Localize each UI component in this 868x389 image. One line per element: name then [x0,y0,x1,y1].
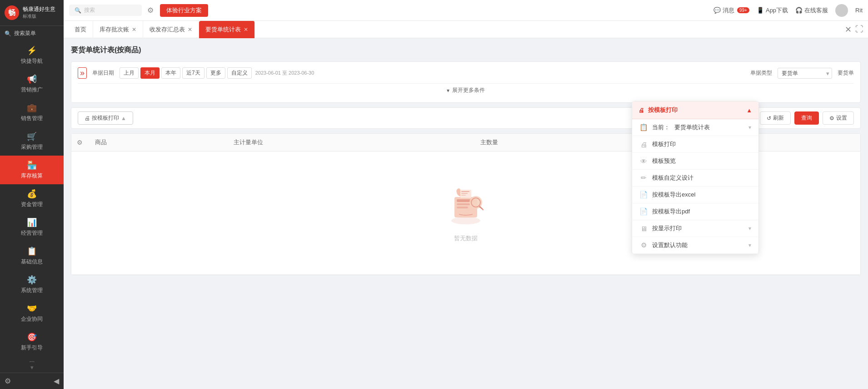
collapse-icon[interactable]: ◀ [54,377,59,385]
dropdown-item-template-print[interactable]: 🖨 模板打印 [632,136,758,153]
print-dropdown-header: 🖨 按模板打印 ▲ [632,101,758,119]
tabs: 首页 库存批次账 ✕ 收发存汇总表 ✕ 要货单统计表 ✕ ✕ ⛶ [64,21,868,38]
filter-expand-toggle[interactable]: » [78,67,87,79]
dropdown-item-display-print[interactable]: 🖥 按显示打印 ▾ [632,220,758,237]
display-print-expand-icon: ▾ [748,225,751,232]
tab-demand-stats-close[interactable]: ✕ [244,26,248,33]
sidebar-item-inventory-label: 库存核算 [21,172,43,180]
tab-demand-stats-label: 要货单统计表 [205,25,241,34]
template-design-label: 模板自定义设计 [652,174,693,182]
default-func-expand-icon: ▾ [748,242,751,248]
topbar-search[interactable]: 🔍 搜索 [69,5,142,16]
date-btn-group: 上月 本月 本年 近7天 更多 自定义 2023-06-01 至 2023-06… [120,67,314,79]
sales-icon: 💼 [27,103,37,113]
date-btn-custom[interactable]: 自定义 [227,67,252,79]
app-logo-icon: 畅 [5,5,19,20]
refresh-btn[interactable]: ↺ 刷新 [760,111,791,125]
query-btn[interactable]: 查询 [794,111,819,125]
tab-inventory-batch[interactable]: 库存批次账 ✕ [93,21,143,38]
settings-icon[interactable]: ⚙ [5,377,11,385]
newguide-icon: 🎯 [27,332,37,342]
default-func-label: 设置默认功能 [652,241,688,249]
tab-inventory-batch-close[interactable]: ✕ [132,26,136,33]
app-download-btn[interactable]: 📱 App下载 [757,6,788,15]
messages-badge: 99+ [737,7,749,13]
empty-state-text: 暂无数据 [454,234,478,242]
finance-icon: 💰 [27,189,37,199]
messages-btn[interactable]: 💬 消息 99+ [713,6,749,15]
expand-more-btn[interactable]: ▾ 展开更多条件 [78,83,854,97]
sidebar-item-sales[interactable]: 💼 销售管理 [0,98,64,127]
sidebar-item-basics[interactable]: 📋 基础信息 [0,242,64,270]
tab-expand-icon[interactable]: ⛶ [855,25,863,34]
date-label: 单据日期 [92,69,114,77]
sidebar-item-purchase[interactable]: 🛒 采购管理 [0,127,64,156]
template-preview-icon: 👁 [639,157,648,165]
sidebar-logo: 畅 畅康通好生意 标准版 [0,0,64,26]
app-subtitle: 标准版 [23,13,55,20]
tab-receivable-summary-close[interactable]: ✕ [188,26,192,33]
sidebar-scroll-down[interactable]: ▾ [0,362,64,373]
tab-close-all-icon[interactable]: ✕ [845,25,852,35]
industry-btn[interactable]: 体验行业方案 [160,4,208,17]
sidebar-search[interactable]: 🔍 搜索菜单 [0,26,64,41]
col-settings[interactable]: ⚙ [71,134,90,152]
messages-label: 消息 [723,6,734,15]
avatar[interactable] [835,4,848,17]
expand-more-label: 展开更多条件 [452,86,485,94]
print-btn[interactable]: 🖨 按模板打印 ▲ [78,111,133,125]
page-content: 要货单统计表(按商品) » 单据日期 上月 本月 本年 近7天 更多 自定义 2… [64,38,868,389]
sidebar-item-appcenter[interactable]: 📱 应用中心 [0,356,64,362]
current-template-expand-icon: ▾ [748,124,751,131]
settings-table-btn[interactable]: ⚙ 设置 [823,111,854,125]
svg-rect-11 [461,193,468,194]
topbar-search-icon: 🔍 [75,7,81,14]
sidebar-item-inventory[interactable]: 🏪 库存核算 [0,156,64,184]
app-download-label: App下载 [766,6,788,15]
dropdown-item-default-func[interactable]: ⚙ 设置默认功能 ▾ [632,237,758,254]
print-dropdown-title: 按模板打印 [648,106,678,114]
order-type-select[interactable]: 要货单 [778,68,832,79]
tab-receivable-summary[interactable]: 收发存汇总表 ✕ [143,21,199,38]
template-pdf-label: 按模板导出pdf [652,207,690,216]
sidebar-item-system[interactable]: ⚙️ 系统管理 [0,270,64,299]
sidebar-item-cooperation[interactable]: 🤝 企业协同 [0,299,64,328]
dropdown-item-template-pdf[interactable]: 📄 按模板导出pdf [632,203,758,220]
main-content: 🔍 搜索 ⚙ 体验行业方案 💬 消息 99+ 📱 App下载 🎧 在线客服 Ri… [64,0,868,389]
date-btn-more[interactable]: 更多 [206,67,225,79]
tab-demand-stats[interactable]: 要货单统计表 ✕ [199,21,255,38]
sidebar-item-marketing[interactable]: 📢 营销推广 [0,70,64,98]
date-btn-current-month[interactable]: 本月 [140,67,160,79]
date-btn-current-year[interactable]: 本年 [161,67,180,79]
dropdown-item-template-design[interactable]: ✏ 模板自定义设计 [632,170,758,187]
demand-placeholder: 要货单 [838,69,854,77]
marketing-icon: 📢 [27,74,37,84]
settings-table-label: 设置 [836,114,847,122]
tab-receivable-summary-label: 收发存汇总表 [150,25,185,34]
sidebar-item-operations[interactable]: 📊 经营管理 [0,213,64,242]
date-btn-7days[interactable]: 近7天 [182,67,205,79]
sidebar-item-shortcut-label: 快捷导航 [21,57,43,65]
table-settings-icon[interactable]: ⚙ [77,139,83,146]
print-dropdown-collapse-icon[interactable]: ▲ [746,107,752,114]
sidebar-item-finance[interactable]: 💰 资金管理 [0,184,64,213]
tab-home[interactable]: 首页 [68,21,93,38]
display-print-label: 按显示打印 [652,224,682,232]
print-dropdown-arrow-icon: ▲ [121,115,126,121]
system-icon: ⚙️ [27,275,37,285]
sidebar-item-purchase-label: 采购管理 [21,143,43,151]
dropdown-item-template-excel[interactable]: 📄 按模板导出excel [632,187,758,203]
sidebar-item-newguide[interactable]: 🎯 新手引导 [0,328,64,356]
sidebar-bottom: ⚙ ◀ [0,373,64,389]
online-service-btn[interactable]: 🎧 在线客服 [795,6,828,15]
col-product: 商品 [90,134,228,152]
basics-icon: 📋 [27,246,37,256]
default-func-icon: ⚙ [639,241,648,249]
dropdown-item-template-preview[interactable]: 👁 模板预览 [632,153,758,170]
topbar-gear-icon[interactable]: ⚙ [147,6,154,15]
sidebar-item-shortcut[interactable]: ⚡ 快捷导航 [0,41,64,70]
operations-icon: 📊 [27,217,37,227]
display-print-icon: 🖥 [639,225,648,232]
dropdown-current-template[interactable]: 📋 当前： 要货单统计表 ▾ [632,119,758,136]
date-btn-prev-month[interactable]: 上月 [120,67,139,79]
